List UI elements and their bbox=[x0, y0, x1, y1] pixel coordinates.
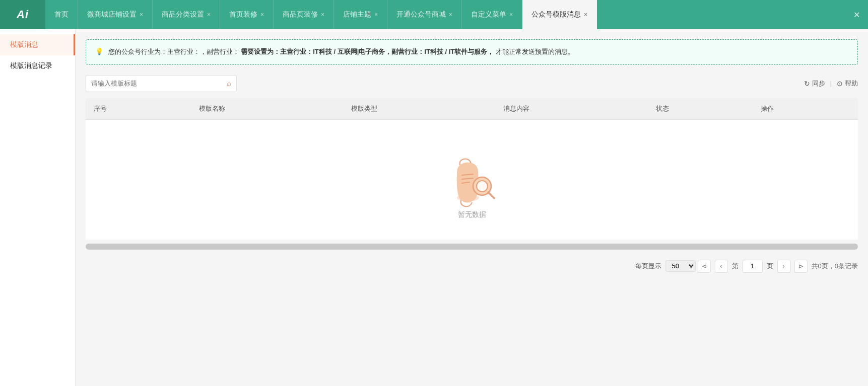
main-layout: 模版消息模版消息记录 💡 您的公众号行业为：主营行业：，副营行业： 需要设置为：… bbox=[0, 29, 868, 386]
col-index: 序号 bbox=[86, 98, 191, 120]
tab-close-home-decoration[interactable]: × bbox=[260, 11, 264, 18]
tab-close-store-theme[interactable]: × bbox=[374, 11, 378, 18]
col-content: 消息内容 bbox=[495, 98, 647, 120]
toolbar-right: ↻ 同步 | ⊙ 帮助 bbox=[804, 79, 858, 88]
tab-home-decoration[interactable]: 首页装修 × bbox=[220, 0, 274, 29]
data-table: 序号模版名称模版类型消息内容状态操作 bbox=[86, 98, 858, 240]
col-name: 模版名称 bbox=[191, 98, 343, 120]
search-input-wrap: ⌕ bbox=[86, 75, 237, 92]
tab-open-mall[interactable]: 开通公众号商城 × bbox=[387, 0, 462, 29]
tab-close-template-msg[interactable]: × bbox=[584, 11, 587, 18]
search-input[interactable] bbox=[91, 80, 227, 87]
tab-shop-settings[interactable]: 微商城店铺设置 × bbox=[78, 0, 153, 29]
notice-text-before: 您的公众号行业为：主营行业：，副营行业： bbox=[108, 48, 239, 55]
svg-point-5 bbox=[477, 181, 488, 192]
notice-highlight: 需要设置为：主营行业：IT科技 / 互联网|电子商务，副营行业：IT科技 / I… bbox=[241, 48, 494, 55]
prev-page-button[interactable]: ‹ bbox=[715, 260, 728, 273]
tab-template-msg[interactable]: 公众号模版消息 × bbox=[522, 0, 597, 29]
col-type: 模版类型 bbox=[343, 98, 495, 120]
toolbar-divider: | bbox=[830, 80, 832, 87]
tab-close-custom-menu[interactable]: × bbox=[509, 11, 513, 18]
empty-illustration bbox=[442, 150, 502, 210]
tab-custom-menu[interactable]: 自定义菜单 × bbox=[462, 0, 522, 29]
sidebar: 模版消息模版消息记录 bbox=[0, 29, 76, 386]
tab-bar: Ai 首页微商城店铺设置 ×商品分类设置 ×首页装修 ×商品页装修 ×店铺主题 … bbox=[0, 0, 868, 29]
empty-state: 暂无数据 bbox=[86, 120, 858, 240]
col-action: 操作 bbox=[753, 98, 858, 120]
sync-button[interactable]: ↻ 同步 bbox=[804, 79, 825, 88]
tab-product-decoration[interactable]: 商品页装修 × bbox=[274, 0, 334, 29]
last-page-button[interactable]: ⊳ bbox=[794, 260, 808, 273]
sync-label: 同步 bbox=[812, 79, 825, 88]
notice-text-after: 才能正常发送预置的消息。 bbox=[496, 48, 574, 55]
page-size-select[interactable]: 102050100 bbox=[665, 260, 696, 272]
help-label: 帮助 bbox=[845, 79, 858, 88]
svg-point-7 bbox=[478, 182, 481, 185]
logo: Ai bbox=[0, 0, 45, 29]
empty-text: 暂无数据 bbox=[458, 210, 486, 219]
notice-icon: 💡 bbox=[95, 48, 103, 55]
tab-close-category-settings[interactable]: × bbox=[207, 11, 211, 18]
sync-icon: ↻ bbox=[804, 80, 810, 88]
page-label: 第 bbox=[732, 262, 739, 271]
tab-close-shop-settings[interactable]: × bbox=[140, 11, 143, 18]
horizontal-scrollbar[interactable] bbox=[86, 244, 858, 250]
notice-banner: 💡 您的公众号行业为：主营行业：，副营行业： 需要设置为：主营行业：IT科技 /… bbox=[86, 39, 858, 65]
page-suffix: 页 bbox=[767, 262, 773, 271]
tab-category-settings[interactable]: 商品分类设置 × bbox=[153, 0, 220, 29]
search-icon[interactable]: ⌕ bbox=[227, 79, 231, 88]
tab-close-open-mall[interactable]: × bbox=[449, 11, 452, 18]
sidebar-item-template-message[interactable]: 模版消息 bbox=[0, 34, 75, 55]
search-bar: ⌕ ↻ 同步 | ⊙ 帮助 bbox=[86, 75, 858, 92]
close-all-button[interactable]: ✕ bbox=[845, 10, 868, 20]
help-icon: ⊙ bbox=[837, 80, 843, 88]
tab-close-product-decoration[interactable]: × bbox=[321, 11, 324, 18]
next-page-button[interactable]: › bbox=[777, 260, 790, 273]
pagination: 每页显示 102050100 ∨ ⊲ ‹ 第 页 › ⊳ 共0页，0条记录 bbox=[86, 254, 858, 273]
col-status: 状态 bbox=[648, 98, 753, 120]
content-area: 💡 您的公众号行业为：主营行业：，副营行业： 需要设置为：主营行业：IT科技 /… bbox=[76, 29, 868, 386]
current-page-input[interactable] bbox=[743, 260, 763, 273]
tab-store-theme[interactable]: 店铺主题 × bbox=[334, 0, 387, 29]
scrollbar-thumb bbox=[86, 244, 858, 250]
page-total: 共0页，0条记录 bbox=[812, 262, 858, 271]
first-page-button[interactable]: ⊲ bbox=[698, 260, 711, 273]
tab-home[interactable]: 首页 bbox=[45, 0, 78, 29]
page-size-label: 每页显示 bbox=[635, 262, 661, 271]
help-button[interactable]: ⊙ 帮助 bbox=[837, 79, 858, 88]
svg-line-6 bbox=[488, 192, 494, 198]
sidebar-item-template-record[interactable]: 模版消息记录 bbox=[0, 55, 75, 76]
